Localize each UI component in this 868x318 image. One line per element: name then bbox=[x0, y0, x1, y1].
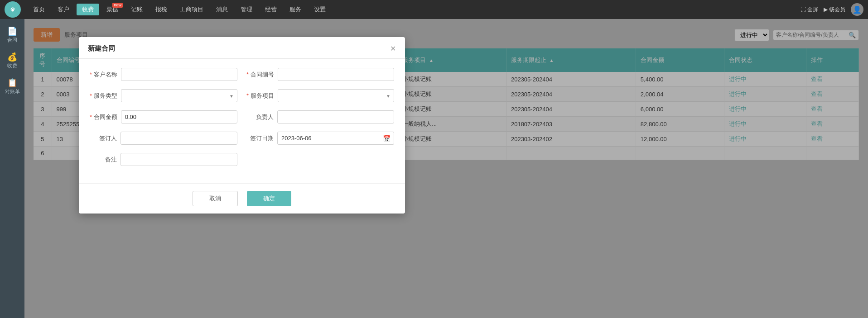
nav-service[interactable]: 服务 bbox=[284, 4, 307, 15]
contract-no-group: 合同编号 bbox=[246, 68, 394, 81]
form-row-2: 服务类型 服务项目 bbox=[90, 89, 394, 102]
top-navigation: 首页 客户 收费 票据 new 记账 报税 工商项目 消息 管理 经营 服务 设… bbox=[0, 0, 868, 19]
service-item-select-wrapper bbox=[278, 89, 394, 102]
form-row-4: 签订人 签订日期 📅 bbox=[90, 132, 394, 145]
sign-date-label: 签订日期 bbox=[246, 134, 274, 142]
form-row-3: 合同金额 负责人 bbox=[90, 110, 394, 123]
form-row-5: 备注 bbox=[90, 153, 394, 166]
nav-tax[interactable]: 报税 bbox=[150, 4, 173, 15]
remark-label: 备注 bbox=[90, 156, 117, 164]
modal-close-button[interactable]: ✕ bbox=[390, 45, 396, 52]
confirm-button[interactable]: 确定 bbox=[247, 191, 291, 206]
responsible-input[interactable] bbox=[277, 110, 394, 123]
modal-footer: 取消 确定 bbox=[79, 183, 405, 214]
statement-icon: 📋 bbox=[7, 79, 17, 87]
customer-name-input[interactable] bbox=[121, 68, 237, 81]
service-item-label: 服务项目 bbox=[246, 92, 274, 100]
cancel-button[interactable]: 取消 bbox=[193, 191, 238, 206]
calendar-icon[interactable]: 📅 bbox=[383, 135, 391, 142]
contract-no-input[interactable] bbox=[278, 68, 394, 81]
nav-invoice[interactable]: 票据 new bbox=[101, 4, 124, 15]
sidebar-item-fees[interactable]: 💰 收费 bbox=[1, 49, 24, 73]
content-area: 新增 服务项目 进行中 已完成 已终止 🔍 bbox=[24, 19, 868, 318]
service-item-group: 服务项目 bbox=[246, 89, 394, 102]
service-item-select[interactable] bbox=[278, 89, 394, 102]
vip-icon: ▶ bbox=[824, 6, 828, 13]
remark-group: 备注 bbox=[90, 153, 237, 166]
fullscreen-button[interactable]: ⛶ 全屏 bbox=[800, 6, 818, 14]
contract-no-label: 合同编号 bbox=[246, 71, 274, 79]
nav-home[interactable]: 首页 bbox=[28, 4, 50, 15]
amount-input[interactable] bbox=[121, 110, 237, 123]
nav-fees[interactable]: 收费 bbox=[77, 4, 99, 15]
sign-date-input[interactable] bbox=[277, 132, 394, 145]
sign-date-wrapper: 📅 bbox=[277, 132, 394, 145]
main-layout: 📄 合同 💰 收费 📋 对账单 新增 服务项目 进行中 已完成 已终止 bbox=[0, 19, 868, 318]
service-type-select[interactable] bbox=[121, 89, 237, 102]
nav-message[interactable]: 消息 bbox=[211, 4, 233, 15]
fullscreen-icon: ⛶ bbox=[800, 6, 806, 13]
new-badge: new bbox=[112, 3, 123, 8]
fees-icon: 💰 bbox=[7, 53, 17, 61]
signer-group: 签订人 bbox=[90, 132, 237, 145]
sidebar-item-contract[interactable]: 📄 合同 bbox=[1, 24, 24, 47]
signer-input[interactable] bbox=[121, 132, 237, 145]
modal-body: 客户名称 合同编号 服务类型 bbox=[79, 59, 405, 183]
form-row-1: 客户名称 合同编号 bbox=[90, 68, 394, 81]
service-type-label: 服务类型 bbox=[90, 92, 117, 100]
responsible-group: 负责人 bbox=[246, 110, 394, 123]
sidebar-item-statement[interactable]: 📋 对账单 bbox=[1, 75, 24, 99]
service-type-group: 服务类型 bbox=[90, 89, 237, 102]
avatar[interactable]: 👤 bbox=[851, 3, 863, 16]
app-logo bbox=[5, 1, 21, 18]
nav-items: 首页 客户 收费 票据 new 记账 报税 工商项目 消息 管理 经营 服务 设… bbox=[28, 4, 800, 15]
nav-client[interactable]: 客户 bbox=[52, 4, 75, 15]
sidebar: 📄 合同 💰 收费 📋 对账单 bbox=[0, 19, 24, 318]
signer-label: 签订人 bbox=[90, 134, 117, 142]
contract-icon: 📄 bbox=[7, 27, 17, 35]
sign-date-group: 签订日期 📅 bbox=[246, 132, 394, 145]
nav-accounting[interactable]: 记账 bbox=[125, 4, 148, 15]
remark-input[interactable] bbox=[121, 153, 237, 166]
new-contract-modal: 新建合同 ✕ 客户名称 合同编号 bbox=[79, 37, 405, 214]
modal-overlay: 新建合同 ✕ 客户名称 合同编号 bbox=[24, 19, 868, 318]
customer-name-group: 客户名称 bbox=[90, 68, 237, 81]
customer-name-label: 客户名称 bbox=[90, 71, 117, 79]
nav-right: ⛶ 全屏 ▶ 畅会员 👤 bbox=[800, 3, 863, 16]
vip-button[interactable]: ▶ 畅会员 bbox=[824, 6, 845, 14]
responsible-label: 负责人 bbox=[246, 113, 274, 121]
service-type-select-wrapper bbox=[121, 89, 237, 102]
nav-management[interactable]: 管理 bbox=[235, 4, 258, 15]
amount-label: 合同金额 bbox=[90, 113, 117, 121]
nav-settings[interactable]: 设置 bbox=[309, 4, 331, 15]
modal-title: 新建合同 bbox=[88, 44, 115, 53]
amount-group: 合同金额 bbox=[90, 110, 237, 123]
nav-operation[interactable]: 经营 bbox=[260, 4, 282, 15]
nav-business[interactable]: 工商项目 bbox=[174, 4, 209, 15]
svg-point-0 bbox=[12, 9, 14, 11]
modal-header: 新建合同 ✕ bbox=[79, 37, 405, 59]
